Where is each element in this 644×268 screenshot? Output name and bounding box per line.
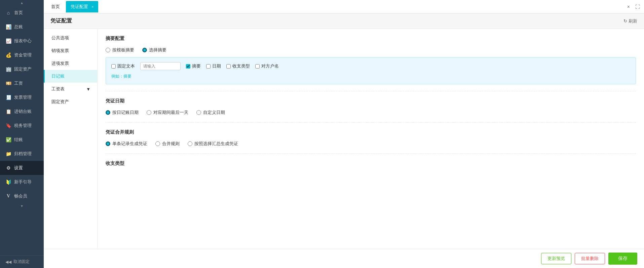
nav-item-public[interactable]: 公共选项 xyxy=(44,32,97,44)
sidebar-item-home[interactable]: ⌂ 首页 xyxy=(0,6,44,20)
sidebar-item-sales-ledger[interactable]: 📋 进销台账 xyxy=(0,104,44,119)
sidebar-label-home: 首页 xyxy=(14,10,23,16)
tab-home-label: 首页 xyxy=(51,4,60,10)
voucher-merge-radio-group: 单条记录生成凭证 合并规则 按照选择汇总生成凭证 xyxy=(106,141,636,147)
update-preview-button[interactable]: 更新预览 xyxy=(541,253,571,264)
sidebar-item-report[interactable]: 📈 报表中心 xyxy=(0,34,44,48)
voucher-date-title: 凭证日期 xyxy=(106,98,636,104)
funds-icon: 💰 xyxy=(5,52,11,58)
batch-delete-button[interactable]: 批量删除 xyxy=(575,253,605,264)
sidebar-item-tax[interactable]: 🔖 税务管理 xyxy=(0,119,44,133)
date-checkbox[interactable] xyxy=(206,64,211,69)
sidebar-label-invoice-mgmt: 发票管理 xyxy=(14,94,32,100)
voucher-merge-radio-3[interactable]: 按照选择汇总生成凭证 xyxy=(188,141,238,147)
voucher-merge-radio-input-3[interactable] xyxy=(188,141,192,146)
tab-close-icon[interactable]: × xyxy=(91,5,93,9)
fixed-text-checkbox[interactable] xyxy=(111,64,116,69)
summary-config-box: 固定文本 摘要 日期 xyxy=(106,57,636,84)
sidebar-scroll-down[interactable]: ▼ xyxy=(0,203,44,209)
salary-icon: 💴 xyxy=(5,81,11,86)
summary-radio-group: 按模板摘要 选择摘要 xyxy=(106,47,636,53)
voucher-date-radio-1[interactable]: 按日记账日期 xyxy=(106,109,139,116)
tab-voucher-config[interactable]: 凭证配置 × xyxy=(66,1,98,12)
settlement-icon: ✅ xyxy=(5,137,11,142)
voucher-merge-radio-input-1[interactable] xyxy=(106,141,110,146)
nav-item-diary[interactable]: 日记账 xyxy=(44,70,97,83)
settings-icon: ⚙ xyxy=(5,165,11,171)
sidebar-label-archive: 归档管理 xyxy=(14,151,32,157)
bottom-bar: 更新预览 批量删除 保存 xyxy=(44,249,644,268)
main-layout: 公共选项 销项发票 进项发票 日记账 工资表 ▼ 固定资产 xyxy=(44,29,644,249)
summary-radio-template-label: 按模板摘要 xyxy=(112,47,134,53)
voucher-date-radio-input-1[interactable] xyxy=(106,110,110,115)
save-button[interactable]: 保存 xyxy=(608,253,637,265)
tab-controls: × ⛶ xyxy=(626,3,641,10)
date-checkbox-label: 日期 xyxy=(212,63,221,69)
sidebar-item-archive[interactable]: 📁 归档管理 xyxy=(0,147,44,161)
nav-label-salary-table: 工资表 xyxy=(51,86,65,92)
summary-radio-template-input[interactable] xyxy=(106,48,110,52)
window-resize-button[interactable]: ⛶ xyxy=(634,3,641,10)
refresh-button[interactable]: ↻ 刷新 xyxy=(623,18,637,24)
sidebar-label-settlement: 结账 xyxy=(14,137,23,143)
sidebar-item-settings[interactable]: ⚙ 设置 xyxy=(0,161,44,175)
summary-checkbox[interactable] xyxy=(186,64,190,69)
summary-radio-select-input[interactable] xyxy=(142,48,147,52)
sidebar-label-sales-ledger: 进销台账 xyxy=(14,108,32,115)
fixed-text-checkbox-item[interactable]: 固定文本 xyxy=(111,63,135,69)
sidebar-scroll-up[interactable]: ▲ xyxy=(0,0,44,6)
tab-home[interactable]: 首页 xyxy=(46,1,65,12)
voucher-date-radio-2[interactable]: 对应期间最后一天 xyxy=(147,109,188,116)
nav-item-purchase-invoice[interactable]: 进项发票 xyxy=(44,57,97,70)
sidebar-item-ledger[interactable]: 📊 总账 xyxy=(0,20,44,34)
page-title: 凭证配置 xyxy=(50,17,72,25)
summary-radio-template[interactable]: 按模板摘要 xyxy=(106,47,134,53)
voucher-merge-radio-2[interactable]: 合并规则 xyxy=(155,141,180,147)
fixed-text-input[interactable] xyxy=(140,62,181,70)
nav-label-fixed-assets: 固定资产 xyxy=(51,99,69,105)
counter-party-checkbox[interactable] xyxy=(255,64,260,69)
counter-party-checkbox-label: 对方户名 xyxy=(261,63,279,69)
page-header: 凭证配置 ↻ 刷新 xyxy=(44,13,644,29)
tab-voucher-config-label: 凭证配置 xyxy=(71,4,88,10)
nav-label-purchase-invoice: 进项发票 xyxy=(51,60,69,66)
refresh-label: 刷新 xyxy=(629,18,637,24)
voucher-date-radio-3[interactable]: 自定义日期 xyxy=(196,109,225,116)
sidebar-item-funds[interactable]: 💰 资金管理 xyxy=(0,48,44,62)
counter-party-checkbox-item[interactable]: 对方户名 xyxy=(255,63,279,69)
income-expense-checkbox-item[interactable]: 收支类型 xyxy=(226,63,250,69)
refresh-icon: ↻ xyxy=(623,18,627,24)
sidebar-bottom-label: 取消固定 xyxy=(13,259,30,265)
income-expense-checkbox[interactable] xyxy=(226,64,231,69)
summary-radio-select[interactable]: 选择摘要 xyxy=(142,47,166,53)
sidebar-label-funds: 资金管理 xyxy=(14,52,32,58)
guide-icon: 🔰 xyxy=(5,179,11,185)
sidebar-item-assets[interactable]: 🏢 固定资产 xyxy=(0,62,44,76)
summary-checkbox-label: 摘要 xyxy=(192,63,201,69)
sidebar-item-vip[interactable]: V 畅会员 xyxy=(0,189,44,203)
voucher-merge-radio-input-2[interactable] xyxy=(155,141,160,146)
date-checkbox-item[interactable]: 日期 xyxy=(206,63,221,69)
voucher-date-radio-input-2[interactable] xyxy=(147,110,151,115)
sidebar-item-invoice-mgmt[interactable]: 🧾 发票管理 xyxy=(0,90,44,104)
summary-example: 例如：摘要 xyxy=(111,74,630,79)
sidebar-unpin-button[interactable]: ◀◀ 取消固定 xyxy=(0,255,44,268)
window-close-button[interactable]: × xyxy=(626,3,631,10)
income-expense-section: 收支类型 xyxy=(106,161,636,179)
unpin-icon: ◀◀ xyxy=(5,260,11,264)
sidebar-item-settlement[interactable]: ✅ 结账 xyxy=(0,133,44,147)
content-area: 凭证配置 ↻ 刷新 公共选项 销项发票 进项发票 日记账 xyxy=(44,13,644,268)
sidebar-item-salary[interactable]: 💴 工资 xyxy=(0,76,44,90)
voucher-merge-radio-1[interactable]: 单条记录生成凭证 xyxy=(106,141,147,147)
nav-item-fixed-assets[interactable]: 固定资产 xyxy=(44,95,97,108)
sidebar-item-guide[interactable]: 🔰 新手引导 xyxy=(0,175,44,189)
nav-label-sales-invoice: 销项发票 xyxy=(51,48,69,54)
summary-config-row: 固定文本 摘要 日期 xyxy=(111,62,630,70)
nav-label-diary: 日记账 xyxy=(51,73,65,79)
voucher-date-label-3: 自定义日期 xyxy=(203,109,225,116)
nav-item-salary-table[interactable]: 工资表 ▼ xyxy=(44,83,97,95)
voucher-date-radio-input-3[interactable] xyxy=(196,110,201,115)
summary-checkbox-item[interactable]: 摘要 xyxy=(186,63,201,69)
right-content: 摘要配置 按模板摘要 选择摘要 xyxy=(98,29,644,249)
nav-item-sales-invoice[interactable]: 销项发票 xyxy=(44,44,97,57)
